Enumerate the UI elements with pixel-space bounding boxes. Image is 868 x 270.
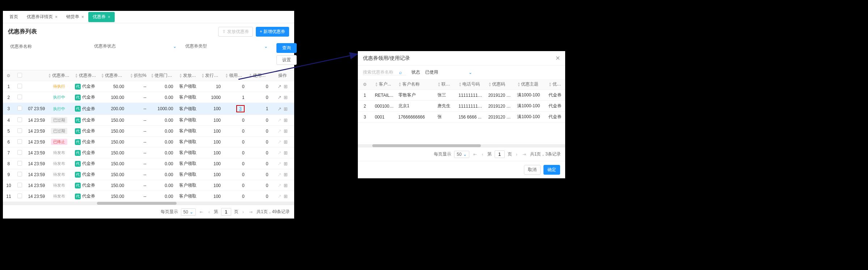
tab[interactable]: 优惠券详情页× [22, 12, 62, 22]
page-input[interactable] [495, 150, 505, 158]
qr-icon[interactable]: ⊞ [284, 84, 288, 89]
qr-icon[interactable]: ⊞ [284, 117, 288, 123]
next-page-button[interactable]: › [241, 209, 245, 215]
col-issue[interactable]: ▲▼发行数量 [200, 70, 224, 81]
col-subject[interactable]: ▲▼优惠主题 [514, 79, 545, 90]
tab[interactable]: 优惠券× [88, 12, 115, 22]
cancel-button[interactable]: 取消 [524, 165, 541, 175]
col-cust-name[interactable]: ▲▼客户名称 [395, 79, 435, 90]
next-page-button[interactable]: › [515, 152, 518, 157]
settings-button[interactable]: 设置 [276, 55, 297, 65]
per-page-label: 每页显示 [161, 209, 178, 215]
table-row[interactable]: 2 执行中 代代金券 100.00 -- 0.00 客户领取 1000 1 0 … [3, 92, 294, 103]
table-row[interactable]: 1 RETAIL... 零散客户 张三 11111111111 2019120 … [358, 90, 565, 101]
per-page-select[interactable]: 50⌄ [454, 151, 469, 158]
table-row[interactable]: 11 14 23:59 待发布 代代金券 150.00 -- 0.00 客户领取… [3, 191, 294, 202]
table-row[interactable]: 9 14 23:59 待发布 代代金券 150.00 -- 0.00 客户领取 … [3, 169, 294, 180]
filter-bar: 优惠券名称 优惠券状态 ⌄ 优惠券类型 ⌄ 查询 设置 [3, 40, 294, 70]
table-row[interactable]: 6 14 23:59 已终止 代代金券 150.00 -- 0.00 客户领取 … [3, 137, 294, 148]
qr-icon[interactable]: ⊞ [284, 183, 288, 188]
row-checkbox[interactable] [17, 139, 22, 144]
prev-page-button[interactable]: ‹ [207, 209, 211, 215]
col-discount[interactable]: ▲▼折扣% [127, 70, 149, 81]
qr-icon[interactable]: ⊞ [284, 150, 288, 155]
first-page-button[interactable]: ⇤ [472, 152, 478, 157]
status-badge: 已过期 [51, 117, 67, 123]
confirm-button[interactable]: 确定 [543, 165, 560, 175]
row-checkbox[interactable] [17, 183, 22, 187]
table-row[interactable]: 3 0001 17666666666 张 156 6666 ... 201912… [358, 112, 565, 122]
search-icon[interactable]: ⌕ [399, 70, 402, 75]
filter-status-select[interactable]: ⌄ [119, 44, 177, 49]
table-row[interactable]: 2 00010001 北京1 唐先生 11111111111 2019120 7… [358, 101, 565, 112]
col-threshold[interactable]: ▲▼使用门槛... [149, 70, 176, 81]
table-row[interactable]: 8 14 23:59 待发布 代代金券 150.00 -- 0.00 客户领取 … [3, 158, 294, 169]
table-row[interactable]: 5 14 23:59 已过期 代代金券 150.00 -- 0.00 客户领取 … [3, 126, 294, 137]
table-row[interactable]: 3 07 23:59 执行中 代代金券 200.00 -- 1000.00 客户… [3, 103, 294, 115]
qr-icon[interactable]: ⊞ [284, 194, 288, 199]
col-claim[interactable]: ▲▼领用数量 [224, 70, 247, 81]
per-page-select[interactable]: 50⌄ [181, 208, 196, 216]
col-contact[interactable]: ▲▼联系人 [435, 79, 456, 90]
col-type[interactable]: ▲▼优惠券类 [546, 79, 565, 90]
distribute-coupon-button[interactable]: ⇪ 发放优惠券 [218, 27, 253, 37]
qr-icon[interactable]: ⊞ [284, 128, 288, 134]
col-phone[interactable]: ▲▼电话号码 [456, 79, 485, 90]
col-face[interactable]: ▲▼优惠券面值 [99, 70, 127, 81]
gear-column[interactable]: ⚙ [3, 70, 14, 81]
col-method[interactable]: ▲▼发放方式 [176, 70, 200, 81]
horizontal-scrollbar[interactable] [3, 202, 294, 205]
close-icon[interactable]: × [55, 14, 58, 20]
tab[interactable]: 首页 [5, 12, 22, 22]
row-checkbox[interactable] [17, 128, 22, 133]
tab[interactable]: 销货单× [62, 12, 88, 22]
filter-type-select[interactable]: ⌄ [210, 44, 268, 49]
page-input[interactable] [221, 208, 231, 216]
open-icon[interactable]: ↗ [278, 95, 281, 100]
row-checkbox[interactable] [17, 95, 22, 99]
table-row[interactable]: 10 14 23:59 待发布 代代金券 150.00 -- 0.00 客户领取… [3, 180, 294, 191]
col-cust-no[interactable]: ▲▼客户... [372, 79, 395, 90]
last-page-button[interactable]: ⇥ [248, 209, 254, 215]
query-button[interactable]: 查询 [276, 43, 297, 53]
prev-page-button[interactable]: ‹ [481, 152, 484, 157]
search-input[interactable] [363, 70, 399, 75]
col-type[interactable]: ▲▼优惠券类型 [72, 70, 99, 81]
close-icon[interactable]: × [108, 14, 110, 20]
row-checkbox[interactable] [17, 172, 22, 176]
row-checkbox[interactable] [17, 150, 22, 155]
status-badge: 执行中 [51, 106, 67, 112]
add-coupon-button[interactable]: + 新增优惠券 [256, 27, 289, 37]
row-checkbox[interactable] [17, 161, 22, 166]
table-row[interactable]: 7 14 23:59 待发布 代代金券 150.00 -- 0.00 客户领取 … [3, 148, 294, 158]
row-checkbox[interactable] [17, 106, 22, 111]
col-code[interactable]: ▲▼优惠码 [485, 79, 514, 90]
row-checkbox[interactable] [17, 117, 22, 122]
voucher-icon: 代 [75, 106, 81, 112]
table-row[interactable]: 1 待执行 代代金券 50.00 -- 0.00 客户领取 10 0 0 ↗⊞ [3, 81, 294, 92]
status-filter-select[interactable]: 已使用⌄ [425, 69, 472, 75]
row-checkbox[interactable] [17, 194, 22, 198]
claim-count-link[interactable]: 3 [239, 106, 242, 111]
status-badge: 待发布 [51, 171, 67, 178]
close-icon[interactable]: × [81, 14, 84, 20]
gear-column[interactable]: ⚙ [358, 79, 372, 90]
open-icon[interactable]: ↗ [278, 106, 281, 112]
qr-icon[interactable]: ⊞ [284, 139, 288, 145]
qr-icon[interactable]: ⊞ [284, 161, 288, 166]
row-checkbox[interactable] [17, 84, 22, 88]
send-icon: ⇪ [222, 29, 226, 34]
checkbox-column[interactable] [14, 70, 25, 81]
close-button[interactable]: ✕ [555, 55, 560, 62]
col-use[interactable]: ▲▼使用数量 [247, 70, 271, 81]
open-icon[interactable]: ↗ [278, 84, 281, 89]
first-page-button[interactable]: ⇤ [199, 209, 204, 215]
table-row[interactable]: 4 14 23:59 已过期 代代金券 150.00 -- 0.00 客户领取 … [3, 115, 294, 126]
qr-icon[interactable]: ⊞ [284, 172, 288, 177]
filter-name-input[interactable] [35, 43, 85, 50]
qr-icon[interactable]: ⊞ [284, 106, 288, 112]
col-status[interactable]: ▲▼优惠券状态 [47, 70, 72, 81]
last-page-button[interactable]: ⇥ [521, 152, 527, 157]
horizontal-scrollbar[interactable] [358, 144, 565, 147]
qr-icon[interactable]: ⊞ [284, 95, 288, 100]
